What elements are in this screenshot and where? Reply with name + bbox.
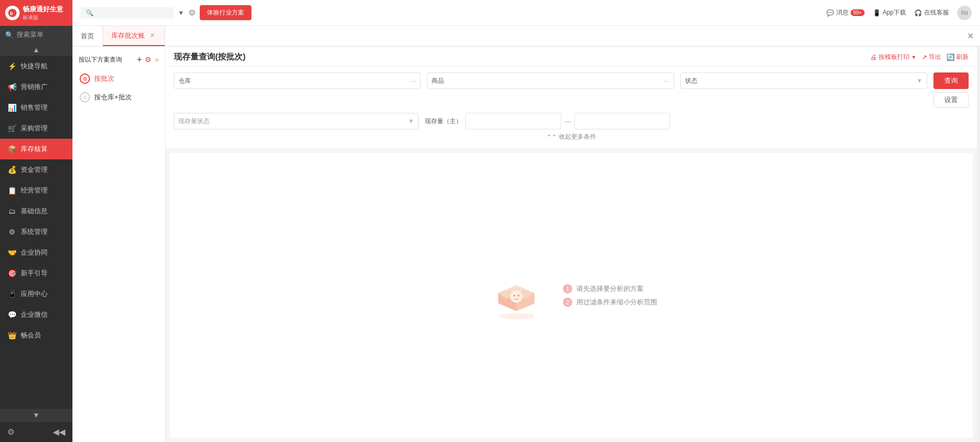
scroll-down-btn[interactable]: ▼: [0, 409, 72, 421]
sidebar-item-finance[interactable]: 💰 资金管理: [0, 159, 72, 180]
sidebar-item-base[interactable]: 🗂 基础信息: [0, 201, 72, 222]
sidebar-item-label: 基础信息: [21, 207, 48, 216]
tab-batch-label: 库存批次账: [111, 31, 145, 40]
topbar: 🔍 ▼ ⚙ 体验行业方案 💬 消息 99+ 📱 App下载 🎧 在线客服: [72, 0, 980, 26]
sidebar-footer: ⚙ ◀◀: [0, 421, 72, 442]
scroll-up-btn[interactable]: ▲: [0, 43, 72, 56]
sidebar-item-label: 销售管理: [21, 103, 48, 112]
marketing-icon: 📢: [7, 82, 17, 92]
messages-badge: 99+: [851, 9, 865, 16]
stock-qty-min-input[interactable]: [465, 113, 561, 129]
collapse-more-btn[interactable]: ⌃⌃ 收起更多条件: [174, 129, 969, 142]
sidebar-item-label: 经营管理: [21, 186, 48, 195]
filter-status-input[interactable]: 状态 ▼: [680, 72, 927, 89]
left-panel-actions: + ⚙ »: [137, 55, 159, 64]
print-btn[interactable]: 🖨 按模板打印 ▼: [870, 53, 916, 62]
messages-btn[interactable]: 💬 消息 99+: [826, 8, 865, 17]
sales-icon: 📊: [7, 103, 17, 112]
finance-icon: 💰: [7, 165, 17, 174]
export-icon: ↗: [922, 53, 927, 61]
svg-point-12: [513, 294, 514, 295]
refresh-btn[interactable]: 🔄 刷新: [946, 53, 969, 62]
sidebar-item-label: 应用中心: [21, 289, 48, 299]
collapse-left-icon[interactable]: »: [155, 55, 159, 64]
filter-warehouse-field: 仓库 ···: [174, 72, 421, 89]
refresh-icon: 🔄: [946, 53, 955, 61]
add-plan-icon[interactable]: +: [137, 55, 142, 64]
sidebar-settings-icon[interactable]: ⚙: [7, 427, 14, 437]
stock-qty-sep: —: [565, 117, 571, 125]
user-display: Rit: [961, 10, 968, 16]
sidebar-item-operations[interactable]: 📋 经营管理: [0, 180, 72, 201]
plan-batch-label: 按批次: [94, 74, 114, 83]
sidebar-item-wechat[interactable]: 💬 企业微信: [0, 304, 72, 325]
sidebar-nav: ⚡ 快捷导航 📢 营销推广 📊 销售管理 🛒 采购管理 📦 库存核算 💰 资金管…: [0, 56, 72, 409]
empty-tips: 1 请先选择要分析的方案 2 用过滤条件来缩小分析范围: [563, 284, 657, 307]
status-label: 状态: [685, 77, 697, 85]
apps-icon: 📱: [7, 289, 17, 299]
filter-row-2: 现存量状态 ▼ 现存量（主） —: [174, 113, 969, 129]
filter-stock-status-select[interactable]: 现存量状态 ▼: [174, 113, 419, 129]
print-icon: 🖨: [870, 53, 877, 61]
plan-item-warehouse-batch[interactable]: ⚙ 按仓库+批次: [72, 88, 165, 107]
sidebar-item-quicknav[interactable]: ⚡ 快捷导航: [0, 56, 72, 77]
tab-close-icon[interactable]: ✕: [148, 32, 156, 40]
user-avatar-btn[interactable]: Rit: [957, 6, 972, 20]
left-panel-title: 按以下方案查询: [79, 55, 122, 64]
settings-btn[interactable]: 设置: [933, 92, 969, 108]
settings-plan-icon[interactable]: ⚙: [145, 55, 152, 64]
left-panel-header: 按以下方案查询 + ⚙ »: [72, 52, 165, 69]
collapse-up-icon: ⌃⌃: [546, 134, 557, 141]
plan-item-batch[interactable]: ⚙ 按批次: [72, 69, 165, 88]
filter-row-1: 仓库 ··· 商品 ··· 状态: [174, 72, 969, 108]
filter-action-btns: 查询 设置: [933, 72, 969, 108]
empty-illustration: [485, 270, 547, 321]
sidebar-item-marketing[interactable]: 📢 营销推广: [0, 77, 72, 97]
system-icon: ⚙: [7, 227, 17, 237]
data-area: 1 请先选择要分析的方案 2 用过滤条件来缩小分析范围: [170, 153, 973, 438]
sidebar-item-inventory[interactable]: 📦 库存核算: [0, 139, 72, 159]
product-more-icon[interactable]: ···: [663, 77, 670, 85]
stock-qty-max-input[interactable]: [574, 113, 670, 129]
sidebar-item-enterprise[interactable]: 🤝 企业协同: [0, 242, 72, 263]
inventory-icon: 📦: [7, 144, 17, 154]
sidebar-collapse-icon[interactable]: ◀◀: [53, 427, 65, 437]
sidebar-item-member[interactable]: 👑 畅会员: [0, 325, 72, 346]
sidebar-item-purchase[interactable]: 🛒 采购管理: [0, 118, 72, 139]
sidebar-item-label: 资金管理: [21, 165, 48, 174]
print-dropdown-icon[interactable]: ▼: [911, 54, 916, 60]
filter-product-input[interactable]: 商品 ···: [427, 72, 674, 89]
filter-stock-status-field: 现存量状态 ▼: [174, 113, 419, 129]
tab-batch-account[interactable]: 库存批次账 ✕: [103, 26, 165, 46]
avatar: Rit: [957, 6, 972, 20]
topbar-search[interactable]: 🔍: [81, 7, 174, 19]
sidebar-item-system[interactable]: ⚙ 系统管理: [0, 222, 72, 242]
app-download-btn[interactable]: 📱 App下载: [873, 8, 906, 17]
tab-home[interactable]: 首页: [72, 26, 103, 46]
filter-warehouse-input[interactable]: 仓库 ···: [174, 72, 421, 89]
sidebar-item-label: 库存核算: [21, 144, 48, 154]
export-btn[interactable]: ↗ 导出: [922, 53, 941, 62]
tabbar: 首页 库存批次账 ✕ ✕: [72, 26, 980, 47]
topbar-gear-icon[interactable]: ⚙: [188, 8, 196, 18]
tab-panel-close-icon[interactable]: ✕: [961, 31, 980, 41]
sidebar-item-label: 畅会员: [21, 331, 41, 340]
sidebar-item-label: 快捷导航: [21, 62, 48, 71]
sidebar-search[interactable]: 🔍 搜索菜单: [0, 26, 72, 43]
newbie-icon: 🎯: [7, 269, 17, 278]
member-icon: 👑: [7, 331, 17, 340]
topbar-dropdown-icon[interactable]: ▼: [178, 9, 184, 17]
quicknav-icon: ⚡: [7, 62, 17, 71]
collapse-label: 收起更多条件: [559, 132, 596, 141]
export-label: 导出: [929, 53, 941, 62]
sidebar: b 畅康通好生意 标准版 🔍 搜索菜单 ▲ ⚡ 快捷导航 📢 营销推广 📊 销售…: [0, 0, 72, 442]
sidebar-item-newbie[interactable]: 🎯 新手引导: [0, 263, 72, 284]
app-download-icon: 📱: [873, 9, 881, 17]
experience-btn[interactable]: 体验行业方案: [200, 5, 251, 20]
query-btn[interactable]: 查询: [933, 72, 969, 89]
product-label: 商品: [432, 77, 444, 85]
sidebar-item-apps[interactable]: 📱 应用中心: [0, 284, 72, 304]
online-service-btn[interactable]: 🎧 在线客服: [914, 8, 949, 17]
sidebar-item-sales[interactable]: 📊 销售管理: [0, 97, 72, 118]
warehouse-more-icon[interactable]: ···: [410, 77, 417, 85]
